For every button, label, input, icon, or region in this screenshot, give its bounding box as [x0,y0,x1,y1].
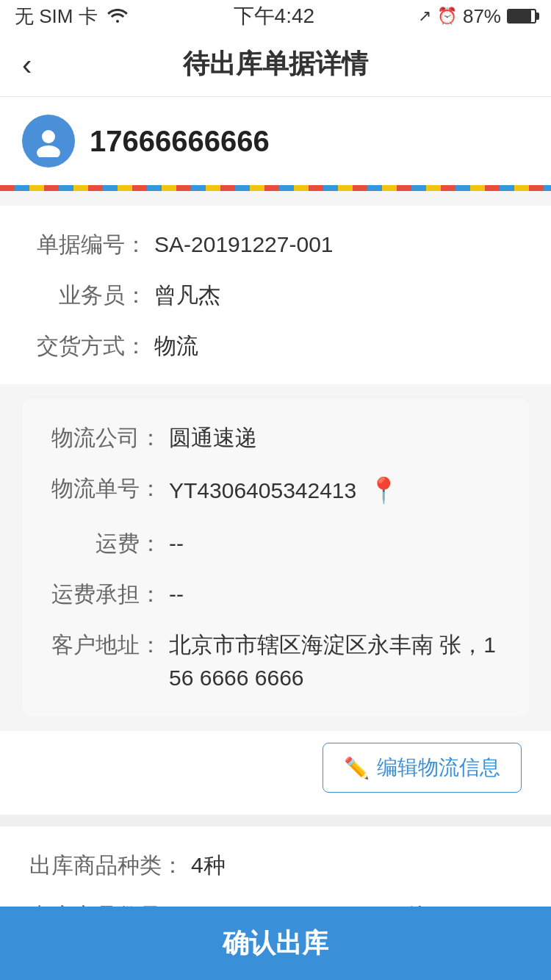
address-label: 客户地址： [44,628,162,661]
doc-number-value: SA-20191227-001 [154,228,522,261]
svg-point-1 [37,145,60,157]
freight-label: 运费： [44,527,162,560]
dashed-divider [0,185,551,191]
edit-btn-row: ✏️ 编辑物流信息 [0,731,551,815]
svg-point-0 [42,130,55,143]
confirm-btn-label: 确认出库 [223,926,328,962]
status-right: ↗ ⏰ 87% [418,5,536,28]
tracking-row: 物流单号： YT4306405342413 📍 [44,472,507,509]
salesman-row: 业务员： 曾凡杰 [29,278,522,311]
logistics-section: 物流公司： 圆通速递 物流单号： YT4306405342413 📍 运费： -… [22,399,529,716]
confirm-btn-bar[interactable]: 确认出库 [0,907,551,980]
company-row: 物流公司： 圆通速递 [44,421,507,454]
tracking-label: 物流单号： [44,472,162,505]
tracking-value-container: YT4306405342413 📍 [169,472,507,509]
address-value: 北京市市辖区海淀区永丰南 张，156 6666 6666 [169,628,507,694]
customer-phone: 17666666666 [90,125,270,158]
company-value: 圆通速递 [169,421,507,454]
freight-value: -- [169,527,507,560]
freight-row: 运费： -- [44,527,507,560]
location-pin-icon[interactable]: 📍 [368,472,399,509]
tracking-number: YT4306405342413 [169,474,356,507]
goods-type-row: 出库商品种类： 4种 [29,849,522,882]
status-bar: 无 SIM 卡 下午4:42 ↗ ⏰ 87% [0,0,551,32]
freight-bear-row: 运费承担： -- [44,577,507,610]
section-divider [0,815,551,826]
address-row: 客户地址： 北京市市辖区海淀区永丰南 张，156 6666 6666 [44,628,507,694]
order-info-section: 单据编号： SA-20191227-001 业务员： 曾凡杰 交货方式： 物流 [0,206,551,384]
page-title: 待出库单据详情 [183,46,368,82]
edit-btn-label: 编辑物流信息 [377,754,500,782]
alarm-icon: ⏰ [437,7,457,26]
delivery-row: 交货方式： 物流 [29,329,522,362]
status-time: 下午4:42 [234,2,315,30]
delivery-label: 交货方式： [29,329,147,362]
customer-header: 17666666666 [0,97,551,185]
carrier-label: 无 SIM 卡 [15,4,98,29]
doc-number-row: 单据编号： SA-20191227-001 [29,228,522,261]
doc-number-label: 单据编号： [29,228,147,261]
goods-type-label: 出库商品种类： [29,849,184,882]
goods-type-value: 4种 [191,849,522,882]
freight-bear-label: 运费承担： [44,577,162,610]
location-status-icon: ↗ [418,7,431,26]
nav-bar: ‹ 待出库单据详情 [0,32,551,97]
battery-icon [507,9,536,24]
salesman-label: 业务员： [29,278,147,311]
edit-logistics-button[interactable]: ✏️ 编辑物流信息 [323,743,522,793]
avatar [22,115,75,167]
company-label: 物流公司： [44,421,162,454]
back-button[interactable]: ‹ [22,50,46,79]
edit-icon: ✏️ [344,756,370,780]
freight-bear-value: -- [169,577,507,610]
salesman-value: 曾凡杰 [154,278,522,311]
delivery-value: 物流 [154,329,522,362]
status-left: 无 SIM 卡 [15,4,130,29]
user-icon [32,125,65,157]
wifi-icon [105,5,130,28]
battery-label: 87% [463,5,501,28]
